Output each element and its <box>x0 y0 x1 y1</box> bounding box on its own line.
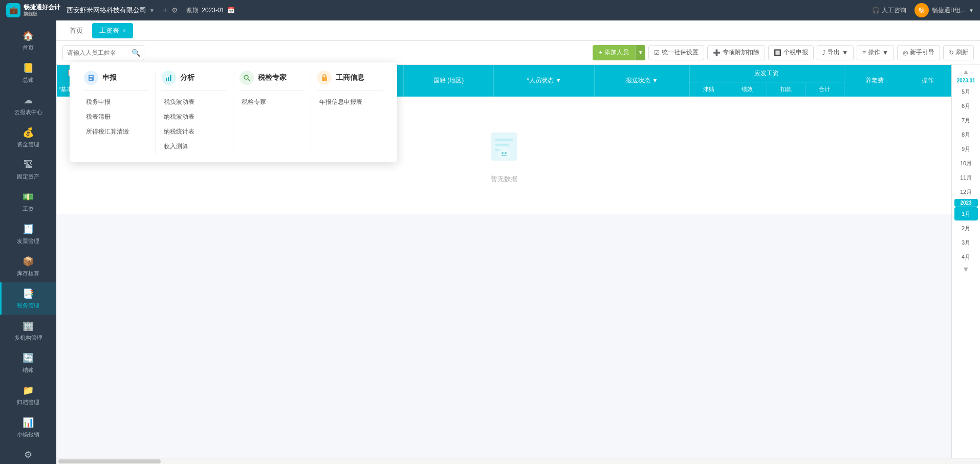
sidebar-label-invoice: 发票管理 <box>17 237 39 245</box>
sidebar-item-multi[interactable]: 🏢 多机构管理 <box>0 315 56 347</box>
operation-btn[interactable]: ≡ 操作 ▼ <box>857 45 894 60</box>
add-employee-btn[interactable]: + 添加人员 <box>593 45 635 60</box>
header-right: 🎧 人工咨询 畅 畅捷通B组... ▼ <box>872 3 974 17</box>
sidebar-item-ledger[interactable]: 📒 总账 <box>0 57 56 89</box>
th-cert-type: *证照类型 <box>240 65 322 97</box>
sidebar-item-report[interactable]: ☁ 云报表中心 <box>0 89 56 121</box>
support-icon: 🎧 <box>872 7 880 14</box>
sidebar-label-settle: 结账 <box>23 366 34 374</box>
guide-btn[interactable]: ◎ 新手引导 <box>897 45 940 60</box>
inventory-icon: 📦 <box>22 255 34 268</box>
support-label: 人工咨询 <box>882 6 906 15</box>
cal-month-10[interactable]: 10月 <box>954 157 978 170</box>
th-total: 合计 <box>805 82 844 97</box>
tab-salary[interactable]: 工资表 × <box>92 23 133 38</box>
app-subtitle: 旗舰版 <box>24 11 60 17</box>
cal-month-9[interactable]: 9月 <box>954 142 978 156</box>
sidebar-item-home[interactable]: 🏠 首页 <box>0 25 56 57</box>
svg-point-6 <box>505 152 507 154</box>
sidebar-item-inventory[interactable]: 📦 库存核算 <box>0 250 56 282</box>
export-btn[interactable]: ⤴ 导出 ▼ <box>817 45 854 60</box>
table-calendar-wrapper: 工号 * 姓名 *部门 *证照类型 *证照号码 国籍 (地区) *人员状态 ▼ … <box>56 64 980 458</box>
scroll-thumb[interactable] <box>58 459 161 463</box>
sidebar-item-finance[interactable]: 💰 资金管理 <box>0 121 56 153</box>
support-btn[interactable]: 🎧 人工咨询 <box>872 6 906 15</box>
invoice-icon: 🧾 <box>22 223 34 235</box>
toolbar: 🔍 + 添加人员 ▼ ☑ 统一社保设置 ➕ 专项附加扣除 <box>56 41 980 64</box>
active-indicator <box>0 282 2 315</box>
logo-area: 💼 畅捷通好会计 旗舰版 <box>6 3 62 17</box>
tax-icon2: 🔲 <box>774 49 781 56</box>
mini-icon: 📊 <box>22 416 34 429</box>
sidebar-item-archive[interactable]: 📁 归档管理 <box>0 379 56 411</box>
sidebar-item-tax[interactable]: 📑 税务管理 <box>0 282 56 315</box>
social-icon: ☑ <box>654 49 660 56</box>
add-employee-dropdown[interactable]: ▼ <box>635 45 645 60</box>
th-report-status[interactable]: 报送状态 ▼ <box>595 65 690 97</box>
archive-icon: 📁 <box>22 384 34 396</box>
special-deduction-btn[interactable]: ➕ 专项附加扣除 <box>707 45 765 60</box>
settings-icon[interactable]: ⚙ <box>171 6 178 14</box>
multi-icon: 🏢 <box>22 320 34 332</box>
cal-month-7[interactable]: 7月 <box>954 114 978 127</box>
sidebar-item-salary[interactable]: 💵 工资 <box>0 186 56 218</box>
settle-icon: 🔄 <box>22 352 34 364</box>
user-info[interactable]: 畅 畅捷通B组... ▼ <box>914 3 974 17</box>
cal-month-6[interactable]: 6月 <box>954 99 978 113</box>
svg-rect-1 <box>495 139 513 141</box>
cal-month-12[interactable]: 12月 <box>954 185 978 198</box>
content-area: 首页 工资表 × 🔍 + 添加人员 ▼ <box>56 20 980 464</box>
cal-month-8[interactable]: 8月 <box>954 128 978 141</box>
sidebar-item-settle[interactable]: 🔄 结账 <box>0 347 56 379</box>
sidebar-item-mini[interactable]: 📊 小畅报销 <box>0 411 56 444</box>
search-icon: 🔍 <box>132 49 140 57</box>
tab-bar: 首页 工资表 × <box>56 20 980 41</box>
basic-icon: ⚙ <box>22 449 34 461</box>
tab-home-label: 首页 <box>70 26 83 35</box>
th-dept: *部门 <box>188 65 239 97</box>
refresh-icon: ↻ <box>949 49 954 56</box>
tab-salary-label: 工资表 <box>99 26 119 35</box>
tax-filing-btn[interactable]: 🔲 个税申报 <box>768 45 814 60</box>
sidebar-item-basic[interactable]: ⚙ 基础设置 <box>0 444 56 464</box>
add-company-btn[interactable]: + <box>163 6 167 15</box>
th-pension: 养老费 <box>844 65 905 97</box>
refresh-btn[interactable]: ↻ 刷新 <box>943 45 974 60</box>
cal-month-3[interactable]: 3月 <box>954 236 978 249</box>
company-dropdown-icon: ▼ <box>149 8 155 13</box>
report-icon: ☁ <box>22 94 34 106</box>
cal-year-2023-top: 2023.01 <box>956 77 975 84</box>
period-value: 2023-01 <box>202 7 224 14</box>
empty-icon <box>484 127 525 168</box>
period-label: 账期 <box>186 6 199 15</box>
th-status[interactable]: *人员状态 ▼ <box>494 65 595 97</box>
th-nationality: 国籍 (地区) <box>404 65 494 97</box>
cal-prev-btn[interactable]: ▲ <box>961 67 971 77</box>
th-checkbox[interactable] <box>57 65 86 82</box>
sidebar-label-assets: 固定资产 <box>17 173 39 181</box>
table-body: 暂无数据 <box>57 97 951 215</box>
sidebar-item-invoice[interactable]: 🧾 发票管理 <box>0 218 56 250</box>
select-all-checkbox[interactable] <box>68 70 75 76</box>
cal-month-2[interactable]: 2月 <box>954 222 978 235</box>
cal-month-5[interactable]: 5月 <box>954 85 978 98</box>
tab-home[interactable]: 首页 <box>62 23 90 38</box>
th-cert-no: *证照号码 <box>322 65 404 97</box>
cal-month-1-current[interactable]: 1月 <box>954 207 978 220</box>
sidebar-label-archive: 归档管理 <box>17 399 39 406</box>
th-allowance: 津贴 <box>689 82 728 97</box>
cal-month-4[interactable]: 4月 <box>954 250 978 263</box>
company-selector[interactable]: 西安虾米网络科技有限公司 ▼ <box>62 4 159 17</box>
calendar-icon[interactable]: 📅 <box>227 7 235 14</box>
salary-table: 工号 * 姓名 *部门 *证照类型 *证照号码 国籍 (地区) *人员状态 ▼ … <box>56 64 951 214</box>
user-name: 畅捷通B组... <box>932 6 966 15</box>
th-name: * 姓名 <box>132 65 188 97</box>
cal-next-btn[interactable]: ▼ <box>961 264 971 274</box>
sidebar-item-assets[interactable]: 🏗 固定资产 <box>0 153 56 186</box>
table-container[interactable]: 工号 * 姓名 *部门 *证照类型 *证照号码 国籍 (地区) *人员状态 ▼ … <box>56 64 951 458</box>
cal-month-11[interactable]: 11月 <box>954 171 978 184</box>
scroll-bar[interactable] <box>56 458 980 464</box>
tab-close-btn[interactable]: × <box>122 27 126 34</box>
guide-icon2: ◎ <box>903 49 908 56</box>
social-security-btn[interactable]: ☑ 统一社保设置 <box>648 45 704 60</box>
